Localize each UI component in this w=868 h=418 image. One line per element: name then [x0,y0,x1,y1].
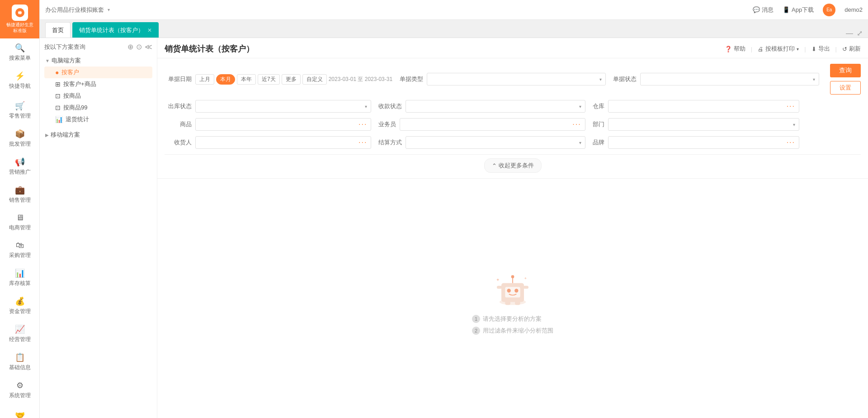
print-arrow[interactable]: ▾ [797,47,799,52]
collapse-label: 收起更多条件 [499,162,534,170]
filter-row-2: 出库状态 ▾ 收款状态 ▾ 仓库 [165,100,861,113]
tab-close-icon[interactable]: ✕ [147,27,152,33]
sidebar-item-basic[interactable]: 📋 基础信息 [0,348,39,376]
divider2: | [804,46,806,52]
tree-item-by-customer-product[interactable]: ⊞ 按客户+商品 [44,78,152,90]
customer-icon: ● [55,69,59,76]
ecommerce-icon: 🖥 [16,213,24,223]
sales-icon: 💼 [15,185,25,195]
sidebar-item-purchase[interactable]: 🛍 采购管理 [0,236,39,264]
return-icon: 📊 [55,116,63,123]
sidebar-item-enterprise-collab[interactable]: 🤝 企业协同 [0,406,39,418]
query-button[interactable]: 查询 [830,64,861,77]
svg-point-5 [514,289,518,292]
tree-item-by-product-99[interactable]: ⊡ 按商品99 [44,102,152,114]
tip-text-2: 用过滤条件来缩小分析范围 [483,327,553,335]
print-btn[interactable]: 🖨 按模板打印 ▾ [758,45,799,53]
tree-parent-desktop[interactable]: ▼ 电脑端方案 [44,55,152,66]
user-avatar[interactable]: Ea [823,4,835,16]
help-label: 帮助 [734,45,745,53]
sidebar-item-retail[interactable]: 🛒 零售管理 [0,96,39,124]
date-btn-more[interactable]: 更多 [282,74,301,85]
doc-type-select[interactable]: ▾ [427,73,606,86]
filter-warehouse-col: 仓库 ··· [593,100,799,113]
sidebar-item-search[interactable]: 🔍 搜索菜单 [0,38,39,66]
doc-status-select[interactable]: ▾ [640,73,819,86]
add-scheme-btn[interactable]: ⊕ [127,43,133,51]
sidebar-item-inventory[interactable]: 📊 库存核算 [0,264,39,292]
user-name[interactable]: demo2 [844,6,863,13]
sidebar-item-operations[interactable]: 📈 经营管理 [0,320,39,348]
tab-minimize-icon[interactable]: — [846,29,853,38]
sidebar-item-system[interactable]: ⚙ 系统管理 [0,376,39,404]
ship-status-arrow: ▾ [365,104,367,109]
date-label: 单据日期 [165,75,192,83]
sidebar-item-ecommerce[interactable]: 🖥 电商管理 [0,209,39,236]
date-btn-last-month[interactable]: 上月 [195,74,214,85]
empty-illustration: ✦ ✦ [490,262,535,308]
sidebar-item-quick-nav[interactable]: ⚡ 快捷导航 [0,66,39,95]
tree-item-by-product[interactable]: ⊡ 按商品 [44,90,152,102]
collab-icon: 🤝 [15,410,25,418]
message-btn[interactable]: 💬 消息 [753,6,774,14]
export-btn[interactable]: ⬇ 导出 [811,45,830,53]
filter-doc-status-col: 单据状态 ▾ [613,73,819,86]
sidebar-label-sales: 销售管理 [9,196,31,204]
svg-rect-8 [497,285,502,289]
sidebar-item-finance[interactable]: 💰 资金管理 [0,292,39,320]
tab-home[interactable]: 首页 [45,22,71,38]
help-icon: ❓ [725,46,732,52]
ship-status-select[interactable]: ▾ [195,100,371,113]
product-input[interactable]: ··· [195,118,371,131]
settings-button[interactable]: 设置 [830,81,861,95]
sidebar-label-inventory: 库存核算 [9,280,31,287]
collapse-conditions-btn[interactable]: ⌃ 收起更多条件 [484,158,542,173]
warehouse-input[interactable]: ··· [608,100,799,113]
department-select[interactable]: ▾ [608,118,799,131]
doc-type-label: 单据类型 [400,75,423,83]
sidebar-label-basic: 基础信息 [9,364,31,371]
tree-desktop-label: 电脑端方案 [52,57,81,65]
tree-item-return-stats[interactable]: 📊 退货统计 [44,114,152,125]
date-btn-this-year[interactable]: 本年 [237,74,256,85]
tab-home-label: 首页 [52,26,64,34]
logo-icon [12,5,28,21]
app-logo[interactable]: 畅捷通好生意 标准版 [0,0,39,38]
tab-sales-stat[interactable]: 销货单统计表（按客户） ✕ [72,22,159,38]
empty-state: ✦ ✦ 1 请先选择要分析的方案 2 用过滤条件来缩小分析范围 [454,179,571,418]
date-btn-last-7-days[interactable]: 近7天 [258,74,280,85]
brand-input[interactable]: ··· [608,136,799,149]
breadcrumb-arrow[interactable]: ▾ [108,7,110,12]
page-title: 销货单统计表（按客户） [165,43,254,54]
app-version: 标准版 [13,28,27,34]
breadcrumb-text: 办公用品行业模拟账套 [45,6,104,14]
help-btn[interactable]: ❓ 帮助 [725,45,745,53]
date-btn-custom[interactable]: 自定义 [302,74,327,85]
payment-status-select[interactable]: ▾ [406,100,585,113]
main-content: ✦ ✦ 1 请先选择要分析的方案 2 用过滤条件来缩小分析范围 [157,179,868,418]
sidebar-item-wholesale[interactable]: 📦 批发管理 [0,124,39,152]
left-panel-title: 按以下方案查询 [44,43,85,51]
sidebar-item-marketing[interactable]: 📢 营销推广 [0,152,39,180]
tree-parent-mobile[interactable]: ▶ 移动端方案 [44,129,152,141]
wholesale-icon: 📦 [15,129,25,139]
tree-mobile-label: 移动端方案 [51,131,80,139]
recipient-input[interactable]: ··· [195,136,371,149]
settlement-select[interactable]: ▾ [406,136,585,149]
salesperson-input[interactable]: ··· [400,118,585,131]
filter-settlement-col: 结算方式 ▾ [378,136,585,149]
ship-status-label: 出库状态 [165,102,192,110]
edit-scheme-btn[interactable]: ⊙ [136,43,142,51]
collapse-panel-btn[interactable]: ≪ [145,43,152,51]
app-download-btn[interactable]: 📱 App下载 [783,6,814,14]
sidebar-item-sales[interactable]: 💼 销售管理 [0,180,39,209]
tab-maximize-icon[interactable]: ⤢ [857,29,863,38]
refresh-btn[interactable]: ↺ 刷新 [842,45,861,53]
date-btn-this-month[interactable]: 本月 [216,74,235,85]
download-icon: 📱 [783,6,790,13]
tree-item-by-customer[interactable]: ● 按客户 [44,66,152,78]
left-panel: 按以下方案查询 ⊕ ⊙ ≪ ▼ 电脑端方案 ● 按客户 ⊞ 按客 [40,38,157,418]
svg-rect-3 [505,287,520,297]
filter-brand-col: 品牌 ··· [593,136,799,149]
sidebar-label-marketing: 营销推广 [9,168,31,176]
